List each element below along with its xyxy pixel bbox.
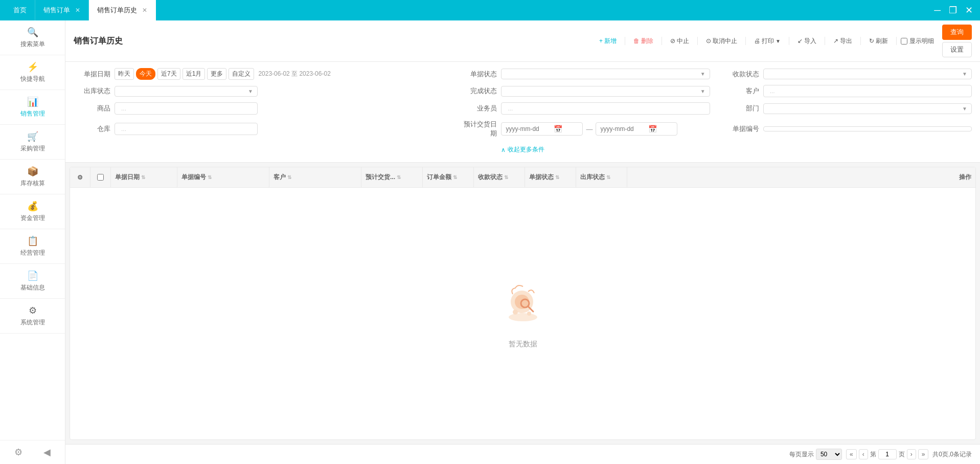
first-page-button[interactable]: « [846, 449, 857, 459]
table-header: ⚙ 单据日期 ⇅ 单据编号 ⇅ 客户 ⇅ 预计交货... [70, 167, 975, 188]
sort-date-icon[interactable]: ⇅ [141, 174, 145, 180]
shortcut-yesterday[interactable]: 昨天 [115, 68, 134, 80]
export-label: 导出 [840, 37, 852, 46]
date-shortcuts: 昨天 今天 近7天 近1月 更多 自定义 [115, 68, 254, 80]
select-all-checkbox[interactable] [97, 174, 104, 181]
salesperson-dots[interactable]: ... [506, 105, 515, 112]
sort-delivery-status-icon[interactable]: ⇅ [606, 174, 610, 180]
delivery-date-start-input[interactable] [506, 125, 552, 132]
sort-amount-icon[interactable]: ⇅ [453, 174, 457, 180]
tab-sales-order-label: 销售订单 [43, 6, 70, 15]
tab-sales-history-close[interactable]: ✕ [142, 7, 147, 14]
delivery-status-select[interactable]: ▼ [115, 86, 258, 97]
filter-row-2: 出库状态 ▼ 完成状态 ▼ 客户 ... [74, 85, 972, 97]
product-input[interactable]: ... [115, 102, 258, 115]
filter-panel: 单据日期 昨天 今天 近7天 近1月 更多 自定义 2023-06-02 至 2… [65, 62, 980, 163]
shortcut-more[interactable]: 更多 [207, 68, 226, 80]
th-date[interactable]: 单据日期 ⇅ [111, 167, 177, 187]
order-status-select[interactable]: ▼ [501, 69, 710, 79]
shortcut-1month[interactable]: 近1月 [183, 68, 206, 80]
delivery-date-end-input[interactable] [600, 125, 646, 132]
page-input[interactable] [878, 449, 897, 459]
next-page-button[interactable]: › [907, 449, 916, 459]
print-button[interactable]: 🖨 打印 ▼ [750, 35, 785, 48]
display-toggle-checkbox[interactable] [901, 38, 907, 45]
completion-status-select[interactable]: ▼ [501, 86, 710, 97]
th-delivery-status[interactable]: 出库状态 ⇅ [576, 167, 627, 187]
th-order[interactable]: 单据编号 ⇅ [177, 167, 269, 187]
th-settings[interactable]: ⚙ [70, 167, 90, 187]
collapse-button[interactable]: ∧ 收起更多条件 [499, 143, 546, 156]
prev-page-button[interactable]: ‹ [859, 449, 868, 459]
delivery-date-end[interactable]: 📅 [596, 122, 677, 136]
settings-button[interactable]: 设置 [942, 42, 972, 57]
sidebar-item-finance[interactable]: 💰 资金管理 [0, 194, 65, 229]
th-customer[interactable]: 客户 ⇅ [269, 167, 361, 187]
cancel-stop-button[interactable]: ⊙ 取消中止 [702, 35, 741, 48]
sidebar-item-quicknav[interactable]: ⚡ 快捷导航 [0, 55, 65, 90]
warehouse-dots[interactable]: ... [119, 125, 128, 132]
order-number-label: 单据编号 [722, 124, 763, 134]
customer-dots[interactable]: ... [768, 87, 777, 95]
sidebar-settings-icon[interactable]: ⚙ [14, 447, 22, 458]
window-controls: ─ ❐ ✕ [932, 3, 975, 18]
new-button[interactable]: + 新增 [595, 35, 621, 48]
order-number-input[interactable] [763, 126, 972, 131]
warehouse-input[interactable]: ... [115, 123, 258, 135]
minimize-icon[interactable]: ─ [932, 3, 943, 18]
th-amount[interactable]: 订单金额 ⇅ [423, 167, 474, 187]
salesperson-label: 业务员 [460, 104, 501, 113]
payment-status-select[interactable]: ▼ [763, 69, 972, 79]
tab-home[interactable]: 首页 [5, 0, 35, 20]
close-window-icon[interactable]: ✕ [963, 3, 975, 18]
sidebar-item-inventory[interactable]: 📦 库存核算 [0, 160, 65, 194]
completion-status-arrow: ▼ [700, 89, 705, 94]
th-status[interactable]: 单据状态 ⇅ [525, 167, 576, 187]
tab-list: 首页 销售订单 ✕ 销售订单历史 ✕ [5, 0, 932, 20]
tab-sales-order[interactable]: 销售订单 ✕ [35, 0, 89, 20]
sidebar-item-operations[interactable]: 📋 经营管理 [0, 229, 65, 264]
stop-icon: ⊘ [670, 37, 675, 45]
restore-icon[interactable]: ❐ [947, 3, 959, 18]
shortcut-7days[interactable]: 近7天 [157, 68, 180, 80]
import-icon: ↙ [797, 37, 803, 45]
th-order-label: 单据编号 [181, 173, 206, 182]
per-page-select[interactable]: 20 50 100 [816, 449, 842, 460]
export-button[interactable]: ↗ 导出 [829, 35, 856, 48]
delivery-date-start[interactable]: 📅 [501, 122, 583, 136]
stop-button[interactable]: ⊘ 中止 [666, 35, 693, 48]
last-page-button[interactable]: » [918, 449, 929, 459]
sidebar-item-search[interactable]: 🔍 搜索菜单 [0, 20, 65, 55]
shortcut-today[interactable]: 今天 [136, 68, 155, 80]
shortcut-custom[interactable]: 自定义 [229, 68, 254, 80]
filter-delivery-date-col: 预计交货日期 📅 — 📅 [460, 120, 710, 138]
sort-delivery-icon[interactable]: ⇅ [397, 174, 401, 180]
th-delivery[interactable]: 预计交货... ⇅ [361, 167, 423, 187]
department-select[interactable]: ▼ [763, 103, 972, 114]
delete-button[interactable]: 🗑 删除 [629, 35, 657, 48]
sort-status-icon[interactable]: ⇅ [555, 174, 559, 180]
sidebar-item-sales[interactable]: 📊 销售管理 [0, 90, 65, 125]
sort-payment-icon[interactable]: ⇅ [504, 174, 508, 180]
print-arrow: ▼ [776, 38, 781, 44]
sidebar-item-base-info[interactable]: 📄 基础信息 [0, 264, 65, 299]
divider-2 [662, 37, 662, 45]
sidebar-collapse-icon[interactable]: ◀ [43, 447, 51, 458]
sort-order-icon[interactable]: ⇅ [208, 174, 212, 180]
filter-product-col: 商品 ... [74, 102, 448, 115]
import-button[interactable]: ↙ 导入 [793, 35, 821, 48]
product-dots[interactable]: ... [119, 105, 128, 112]
th-checkbox[interactable] [90, 167, 111, 187]
query-button[interactable]: 查询 [942, 25, 972, 40]
tab-sales-order-close[interactable]: ✕ [75, 7, 80, 14]
salesperson-input[interactable]: ... [501, 102, 710, 115]
sort-customer-icon[interactable]: ⇅ [287, 174, 291, 180]
sidebar-item-system[interactable]: ⚙ 系统管理 [0, 299, 65, 334]
settings-gear-icon[interactable]: ⚙ [77, 174, 83, 181]
refresh-button[interactable]: ↻ 刷新 [865, 35, 892, 48]
th-payment[interactable]: 收款状态 ⇅ [474, 167, 525, 187]
tab-sales-history[interactable]: 销售订单历史 ✕ [89, 0, 156, 20]
display-toggle[interactable]: 显示明细 [901, 37, 934, 46]
sidebar-item-purchase[interactable]: 🛒 采购管理 [0, 125, 65, 160]
customer-input[interactable]: ... [763, 85, 972, 97]
